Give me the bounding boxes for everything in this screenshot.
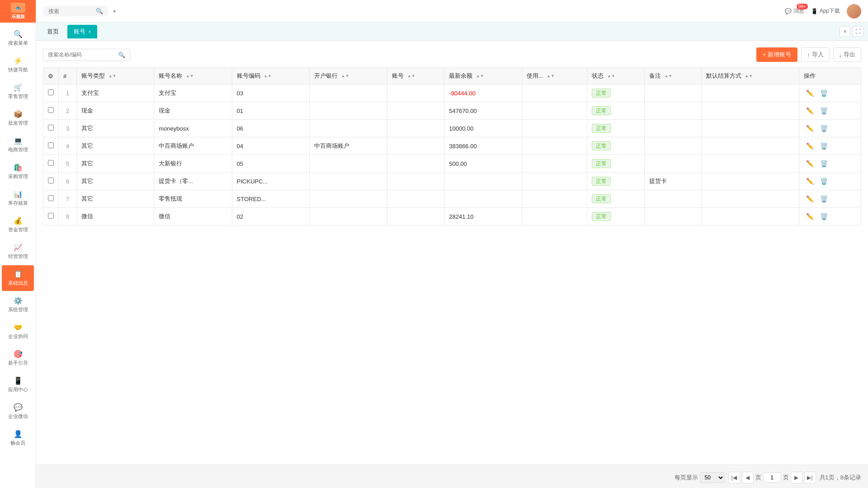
- topbar-search-input[interactable]: [48, 8, 94, 14]
- logo-text: 乐惠版: [11, 14, 25, 20]
- last-page-button[interactable]: ▶|: [804, 472, 816, 483]
- row-code-3: 06: [232, 120, 309, 137]
- row-bank-2: [309, 102, 387, 120]
- sidebar-item-quick-nav[interactable]: ⚡快捷导航: [2, 52, 34, 78]
- row-settings-7[interactable]: [43, 190, 59, 208]
- per-page-select[interactable]: 50 100 200: [700, 472, 725, 483]
- content-search-input[interactable]: [48, 52, 116, 58]
- col-settle[interactable]: 默认结算方式 ▲▼: [701, 68, 799, 84]
- row-settings-1[interactable]: [43, 84, 59, 102]
- row-checkbox-7[interactable]: [48, 195, 54, 201]
- table-row: 1 支付宝 支付宝 03 -90444.00 正常 ✏️ 🗑️: [43, 84, 861, 102]
- sidebar-item-basic-info[interactable]: 📋基础信息: [2, 265, 34, 291]
- edit-button-8[interactable]: ✏️: [804, 212, 816, 221]
- row-balance-2: 547670.00: [444, 102, 522, 120]
- tab-maximize-btn[interactable]: ⛶: [853, 26, 863, 37]
- sidebar-item-search-menu[interactable]: 🔍搜索菜单: [2, 25, 34, 51]
- col-balance[interactable]: 最新余额 ▲▼: [444, 68, 522, 84]
- export-button[interactable]: ↓ 导出: [833, 47, 862, 62]
- content-search-box[interactable]: 🔍: [43, 49, 130, 61]
- delete-button-4[interactable]: 🗑️: [818, 141, 830, 150]
- row-account-2: [387, 102, 444, 120]
- page-label-after: 页: [783, 474, 789, 482]
- sidebar-item-enterprise-wechat[interactable]: 💬企业微信: [2, 399, 34, 424]
- row-checkbox-3[interactable]: [48, 125, 54, 131]
- sidebar-item-finance-mgmt[interactable]: 💰资金管理: [2, 212, 34, 238]
- col-code[interactable]: 账号编码 ▲▼: [232, 68, 309, 84]
- sidebar-item-ops-mgmt[interactable]: 📈经营管理: [2, 239, 34, 264]
- edit-button-1[interactable]: ✏️: [804, 89, 816, 98]
- row-usage-8: [522, 208, 587, 225]
- delete-button-1[interactable]: 🗑️: [818, 89, 830, 98]
- sidebar-item-system-mgmt[interactable]: ⚙️系统管理: [2, 292, 34, 318]
- delete-button-6[interactable]: 🗑️: [818, 177, 830, 186]
- edit-button-4[interactable]: ✏️: [804, 141, 816, 150]
- row-num-3: 3: [59, 120, 77, 137]
- app-download[interactable]: 📱 App下载: [811, 7, 840, 15]
- prev-page-button[interactable]: ◀: [742, 472, 754, 483]
- row-remark-2: [644, 102, 701, 120]
- sidebar-item-wholesale-mgmt[interactable]: 📦批发管理: [2, 105, 34, 131]
- row-remark-4: [644, 137, 701, 155]
- row-checkbox-2[interactable]: [48, 107, 54, 113]
- col-remark[interactable]: 备注 ▲▼: [644, 68, 701, 84]
- sidebar: 🐟 乐惠版 🔍搜索菜单⚡快捷导航🛒零售管理📦批发管理💻电商管理🛍️采购管理📊库存…: [0, 0, 36, 488]
- row-settings-3[interactable]: [43, 120, 59, 137]
- sidebar-item-inventory-calc[interactable]: 📊库存核算: [2, 185, 34, 211]
- delete-button-3[interactable]: 🗑️: [818, 124, 830, 133]
- first-page-button[interactable]: |◀: [728, 472, 740, 483]
- edit-button-2[interactable]: ✏️: [804, 106, 816, 115]
- sidebar-item-retail-mgmt[interactable]: 🛒零售管理: [2, 79, 34, 104]
- col-type[interactable]: 账号类型 ▲▼: [77, 68, 154, 84]
- row-checkbox-8[interactable]: [48, 213, 54, 219]
- add-account-button[interactable]: + 新增账号: [756, 47, 797, 62]
- tab-minimize-btn[interactable]: ×: [840, 26, 850, 37]
- row-settings-5[interactable]: [43, 155, 59, 173]
- col-usage[interactable]: 使用... ▲▼: [522, 68, 587, 84]
- delete-button-2[interactable]: 🗑️: [818, 106, 830, 115]
- edit-button-5[interactable]: ✏️: [804, 159, 816, 168]
- row-checkbox-4[interactable]: [48, 142, 54, 148]
- sidebar-item-beginner-guide[interactable]: 🎯新手引导: [2, 345, 34, 371]
- row-settings-4[interactable]: [43, 137, 59, 155]
- sidebar-item-purchase-mgmt[interactable]: 🛍️采购管理: [2, 159, 34, 184]
- sidebar-label-member: 畅会员: [10, 440, 25, 446]
- row-settings-6[interactable]: [43, 173, 59, 190]
- edit-button-6[interactable]: ✏️: [804, 177, 816, 186]
- sidebar-item-member[interactable]: 👤畅会员: [2, 425, 34, 451]
- delete-button-5[interactable]: 🗑️: [818, 159, 830, 168]
- page-size-selector[interactable]: 每页显示 50 100 200: [675, 472, 725, 483]
- row-remark-6: 提货卡: [644, 173, 701, 190]
- sidebar-item-ecommerce-mgmt[interactable]: 💻电商管理: [2, 132, 34, 158]
- row-actions-1: ✏️ 🗑️: [799, 84, 861, 102]
- edit-button-7[interactable]: ✏️: [804, 194, 816, 203]
- delete-button-8[interactable]: 🗑️: [818, 212, 830, 221]
- tab-home[interactable]: 首页: [41, 25, 65, 38]
- row-balance-4: 383866.00: [444, 137, 522, 155]
- row-name-2: 现金: [154, 102, 232, 120]
- import-button[interactable]: ↑ 导入: [801, 47, 830, 62]
- edit-button-3[interactable]: ✏️: [804, 124, 816, 133]
- sidebar-item-enterprise-agreement[interactable]: 🤝企业协同: [2, 319, 34, 344]
- col-account[interactable]: 账号 ▲▼: [387, 68, 444, 84]
- col-status[interactable]: 状态 ▲▼: [587, 68, 644, 84]
- next-page-button[interactable]: ▶: [791, 472, 802, 483]
- row-settings-2[interactable]: [43, 102, 59, 120]
- row-checkbox-1[interactable]: [48, 89, 54, 95]
- user-avatar[interactable]: [847, 4, 861, 19]
- topbar-search-box[interactable]: 🔍: [43, 6, 108, 16]
- topbar-dropdown-icon[interactable]: ▾: [113, 8, 116, 14]
- delete-button-7[interactable]: 🗑️: [818, 194, 830, 203]
- row-checkbox-6[interactable]: [48, 178, 54, 183]
- current-page-input[interactable]: [763, 473, 781, 483]
- col-settings[interactable]: ⚙: [43, 68, 59, 84]
- row-checkbox-5[interactable]: [48, 160, 54, 166]
- tab-close-icon[interactable]: ×: [88, 29, 91, 34]
- col-name[interactable]: 账号名称 ▲▼: [154, 68, 232, 84]
- sidebar-label-ops-mgmt: 经营管理: [8, 253, 28, 260]
- row-settings-8[interactable]: [43, 208, 59, 225]
- topbar-messages[interactable]: 💬 消息 99+: [785, 7, 804, 15]
- sidebar-item-app-center[interactable]: 📱应用中心: [2, 372, 34, 398]
- col-bank[interactable]: 开户银行 ▲▼: [309, 68, 387, 84]
- tab-account[interactable]: 账号 ×: [67, 25, 97, 38]
